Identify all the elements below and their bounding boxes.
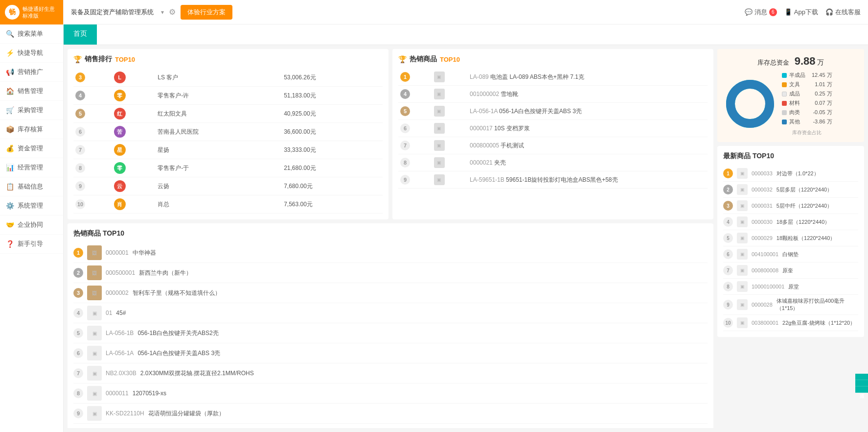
sidebar-logo: 畅 畅捷通好生意 标准版 [0, 0, 63, 24]
float-btn-live[interactable]: 直播 [855, 386, 868, 393]
list-item: 5 ▣ LA-056-1B 056-1B白色按键开关壳ABS2壳 [73, 323, 708, 343]
hot-goods-card: 🏆 热销商品 TOP10 1 ▣ LA-089 电池盖 LA-089 ABS本色… [392, 49, 713, 219]
table-row: 1 ▣ LA-089 电池盖 LA-089 ABS本色+黑种 7.1克 [398, 69, 708, 86]
headset-icon: 🎧 [825, 8, 833, 16]
hot-goods-title: 🏆 热销商品 TOP10 [398, 55, 708, 64]
hot-products-card: 热销商品 TOP10 1 🖼 0000001 中华神器 2 🖼 00050000… [68, 223, 713, 428]
list-icon: 📋 [6, 183, 14, 191]
message-badge: 6 [769, 8, 777, 16]
marketing-icon: 📢 [6, 68, 14, 76]
handshake-icon: 🤝 [6, 221, 14, 229]
app-download-item[interactable]: 📱 App下载 [784, 8, 818, 17]
sidebar-item-label: 搜索菜单 [18, 29, 43, 38]
content: 🏆 销售排行 TOP10 3 L LS 客户 53,006.26元 4 零 零售… [64, 45, 868, 432]
message-label: 消息 [754, 8, 767, 17]
legend-item: 文具 1.01 万 [782, 81, 832, 88]
list-item: 9 ▣ KK-SD22110H 花语萌恒温分罐罐袋（厚款） [73, 404, 708, 424]
sidebar-item-enterprise[interactable]: 🤝 企业协同 [0, 216, 63, 235]
sidebar-item-quick-nav[interactable]: ⚡ 快捷导航 [0, 44, 63, 63]
table-row: 7 ▣ 000800005 手机测试 [398, 137, 708, 154]
top-panels: 🏆 销售排行 TOP10 3 L LS 客户 53,006.26元 4 零 零售… [68, 49, 713, 219]
gear-icon: ⚙️ [6, 202, 14, 210]
sidebar-item-label: 新手引导 [18, 240, 43, 248]
sidebar-item-operation[interactable]: 📊 经营管理 [0, 158, 63, 177]
list-item: 3 ▣ 0000031 5层中纤（1220*2440） [723, 198, 858, 214]
tab-home[interactable]: 首页 [64, 24, 97, 45]
cart-icon: 🛒 [6, 106, 14, 114]
svg-point-5 [731, 84, 770, 123]
app-download-label: App下载 [794, 8, 818, 17]
inventory-total-label: 库存总资金 9.88 万 [723, 55, 858, 68]
table-row: 5 ▣ LA-056-1A 056-1A白色按键开关盖ABS 3壳 [398, 103, 708, 120]
sidebar-item-label: 库存核算 [18, 125, 43, 134]
sidebar-item-base[interactable]: 📋 基础信息 [0, 177, 63, 196]
sidebar: 畅 畅捷通好生意 标准版 🔍 搜索菜单 ⚡ 快捷导航 📢 营销推广 🏠 销售管理… [0, 0, 64, 432]
system-name: 装备及固定资产辅助管理系统 [71, 8, 154, 17]
table-row: 10 肖 肖总 7,563.00元 [73, 195, 383, 214]
legend-item: 材料 0.07 万 [782, 99, 832, 107]
legend-item: 半成品 12.45 万 [782, 72, 832, 79]
legend-dot [782, 110, 787, 115]
list-item: 1 🖼 0000001 中华神器 [73, 243, 708, 263]
customer-ranking-title: 🏆 销售排行 TOP10 [73, 55, 383, 64]
table-row: 9 ▣ LA-59651-1B 59651-1B旋转投影灯电池盒ABS黑色+58… [398, 171, 708, 189]
legend-dot [782, 82, 787, 87]
sidebar-item-label: 快捷导航 [18, 48, 43, 57]
donut-legend: 半成品 12.45 万 文具 1.01 万 成品 0.25 万 [782, 72, 832, 136]
topbar-right: 💬 消息 6 📱 App下载 🎧 在线客服 [745, 8, 861, 17]
list-item: 6 ▣ LA-056-1A 056-1A白色按键开关盖ABS 3壳 [73, 343, 708, 363]
chart-icon: 📊 [6, 164, 14, 171]
message-item[interactable]: 💬 消息 6 [745, 8, 777, 17]
legend-item: 肉类 -0.05 万 [782, 109, 832, 116]
sidebar-item-finance[interactable]: 💰 资金管理 [0, 139, 63, 158]
list-item: 4 ▣ 01 45# [73, 303, 708, 323]
legend-dot [782, 92, 787, 96]
dropdown-icon[interactable]: ▾ [161, 9, 164, 16]
sidebar-item-guide[interactable]: ❓ 新手引导 [0, 235, 63, 254]
hot-products-title: 热销商品 TOP10 [73, 229, 708, 238]
customer-table: 3 L LS 客户 53,006.26元 4 零 零售客户-许 51,183.0… [73, 69, 383, 214]
donut-area: 半成品 12.45 万 文具 1.01 万 成品 0.25 万 [723, 72, 858, 136]
list-item: 7 ▣ NB2.0X30B 2.0X30MM双摆花轴.摆花直径2.1MM/ROH… [73, 363, 708, 384]
list-item: 8 ▣ 0000011 12070519-xs [73, 384, 708, 404]
sidebar-item-purchase[interactable]: 🛒 采购管理 [0, 101, 63, 120]
main-panel: 🏆 销售排行 TOP10 3 L LS 客户 53,006.26元 4 零 零售… [68, 49, 713, 428]
float-btn-hotline[interactable]: 客服热线 [855, 374, 868, 380]
nav-tabs: 首页 [64, 24, 868, 45]
settings-icon[interactable]: ⚙ [169, 7, 176, 17]
float-btn-community[interactable]: 服务社区 [855, 380, 868, 386]
main-area: 装备及固定资产辅助管理系统 ▾ ⚙ 体验行业方案 💬 消息 6 📱 App下载 … [64, 0, 868, 432]
sidebar-item-label: 企业协同 [18, 220, 43, 229]
latest-products-card: 最新商品 TOP10 1 ▣ 0000033 对边带（1.0*22） 2 ▣ 0… [717, 146, 864, 337]
table-row: 3 L LS 客户 53,006.26元 [73, 69, 383, 87]
list-item: 2 🖼 000500001 新西兰牛肉（新牛） [73, 263, 708, 283]
lightning-icon: ⚡ [6, 49, 14, 57]
sidebar-item-sales[interactable]: 🏠 销售管理 [0, 82, 63, 101]
list-item: 4 ▣ 0000030 18多层（1220*2440） [723, 214, 858, 230]
sidebar-item-label: 资金管理 [18, 144, 43, 153]
sidebar-item-marketing[interactable]: 📢 营销推广 [0, 63, 63, 82]
list-item: 3 🖼 0000002 智利车子里（规格不知道填什么） [73, 283, 708, 303]
list-item: 1 ▣ 0000033 对边带（1.0*22） [723, 166, 858, 182]
question-icon: ❓ [6, 240, 14, 248]
online-service-item[interactable]: 🎧 在线客服 [825, 8, 861, 17]
latest-products-title: 最新商品 TOP10 [723, 152, 858, 161]
inventory-summary-card: 库存总资金 9.88 万 [717, 49, 864, 142]
latest-products-list: 1 ▣ 0000033 对边带（1.0*22） 2 ▣ 0000032 5层多层… [723, 166, 858, 331]
sidebar-item-search[interactable]: 🔍 搜索菜单 [0, 24, 63, 44]
phone-icon: 📱 [784, 8, 792, 16]
money-icon: 💰 [6, 144, 14, 152]
sidebar-item-system[interactable]: ⚙️ 系统管理 [0, 196, 63, 216]
trial-button[interactable]: 体验行业方案 [181, 5, 232, 20]
box-icon: 📦 [6, 125, 14, 133]
list-item: 6 ▣ 004100001 白钢垫 [723, 246, 858, 263]
sidebar-item-inventory[interactable]: 📦 库存核算 [0, 120, 63, 139]
legend-item: 成品 0.25 万 [782, 90, 832, 97]
sidebar-item-label: 营销推广 [18, 68, 43, 76]
sidebar-item-label: 基础信息 [18, 182, 43, 191]
right-panel: 库存总资金 9.88 万 [717, 49, 864, 428]
table-row: 8 ▣ 0000021 夹壳 [398, 154, 708, 171]
table-row: 6 苦 苦南县人民医院 36,600.00元 [73, 123, 383, 141]
donut-chart [723, 77, 777, 131]
float-service: 客服热线 服务社区 直播 [855, 374, 868, 393]
